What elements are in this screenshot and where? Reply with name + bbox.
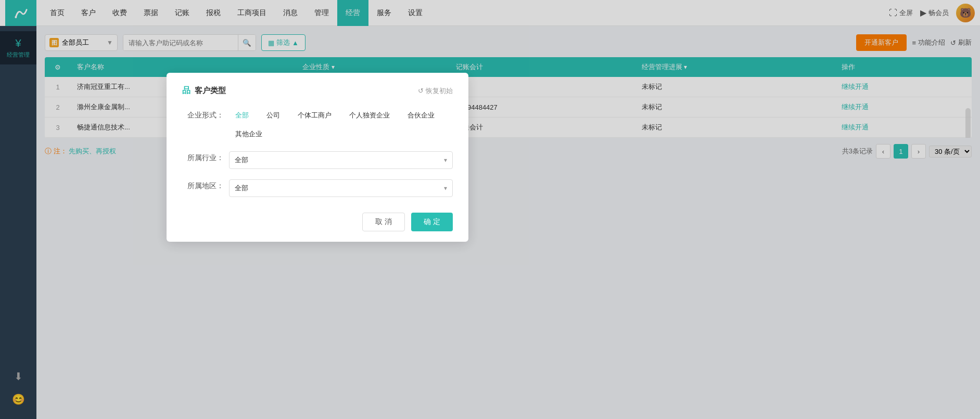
confirm-button[interactable]: 确 定 (411, 213, 453, 231)
option-all[interactable]: 全部 (229, 109, 255, 122)
industry-value: 全部 (235, 155, 248, 165)
industry-select[interactable]: 全部 ▾ (229, 151, 453, 169)
option-sole[interactable]: 个人独资企业 (343, 109, 396, 122)
option-other[interactable]: 其他企业 (229, 127, 269, 141)
modal-overlay: 品 客户类型 ↺ 恢复初始 企业形式： 全部 公司 个体工商户 个人独资企业 合… (0, 0, 980, 419)
region-arrow-icon: ▾ (444, 185, 447, 192)
modal-title-text: 客户类型 (195, 86, 226, 96)
modal-header: 品 客户类型 ↺ 恢复初始 (182, 85, 453, 96)
modal-title: 品 客户类型 (182, 85, 226, 96)
region-value: 全部 (235, 184, 248, 193)
filter-modal: 品 客户类型 ↺ 恢复初始 企业形式： 全部 公司 个体工商户 个人独资企业 合… (167, 73, 468, 242)
modal-reset-button[interactable]: ↺ 恢复初始 (418, 86, 453, 96)
region-select[interactable]: 全部 ▾ (229, 179, 453, 197)
option-company[interactable]: 公司 (260, 109, 286, 122)
industry-label: 所属行业： (182, 151, 229, 163)
reset-label: 恢复初始 (426, 86, 453, 96)
modal-footer: 取 消 确 定 (182, 213, 453, 231)
enterprise-form-label: 企业形式： (182, 109, 229, 120)
region-row: 所属地区： 全部 ▾ (182, 179, 453, 197)
industry-arrow-icon: ▾ (444, 156, 447, 164)
cancel-button[interactable]: 取 消 (362, 213, 405, 231)
option-partnership[interactable]: 合伙企业 (401, 109, 441, 122)
reset-icon: ↺ (418, 87, 424, 95)
option-individual[interactable]: 个体工商户 (291, 109, 338, 122)
enterprise-options: 全部 公司 个体工商户 个人独资企业 合伙企业 其他企业 (229, 109, 453, 141)
industry-row: 所属行业： 全部 ▾ (182, 151, 453, 169)
enterprise-form-row: 企业形式： 全部 公司 个体工商户 个人独资企业 合伙企业 其他企业 (182, 109, 453, 141)
modal-title-icon: 品 (182, 85, 190, 96)
region-label: 所属地区： (182, 179, 229, 191)
